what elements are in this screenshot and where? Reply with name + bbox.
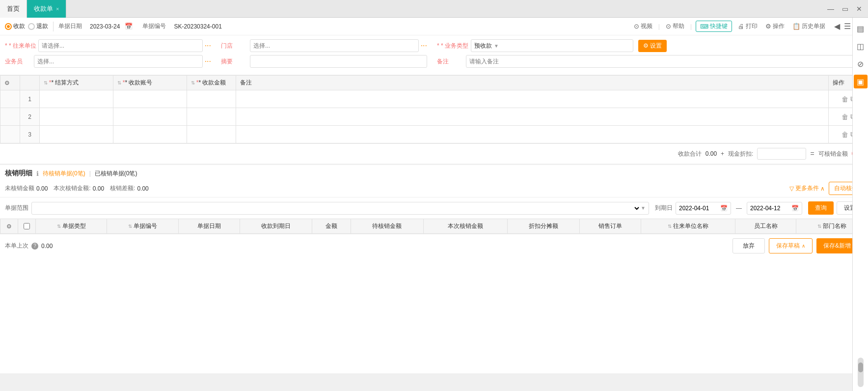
due-date-to-input[interactable]	[750, 205, 789, 212]
side-btn-1[interactable]: ▤	[854, 22, 868, 35]
side-panel: ▤ ◫ ⊘ ▣	[852, 18, 868, 373]
cell-account-3[interactable]	[113, 126, 187, 143]
side-icon-4: ▣	[857, 77, 864, 86]
delete-icon-1[interactable]: 🗑	[841, 95, 848, 103]
video-button[interactable]: ⊙ 视频	[632, 21, 654, 31]
cell-settlement-1[interactable]	[40, 90, 113, 108]
col-party: ⇅ 往来单位名称	[641, 219, 735, 234]
delete-icon-2[interactable]: 🗑	[841, 113, 848, 121]
verification-title: 核销明细	[5, 169, 32, 178]
side-btn-3[interactable]: ⊘	[854, 57, 868, 71]
party-input[interactable]	[42, 42, 199, 49]
history-label: 历史单据	[802, 22, 825, 30]
cell-amount-1[interactable]	[187, 90, 236, 108]
store-label: 门店	[221, 42, 248, 50]
filter-row: 单据范围 ▼ 到期日 📅 —	[0, 197, 868, 219]
ops-button[interactable]: ⚙ 操作	[763, 21, 787, 31]
cell-account-1[interactable]	[113, 90, 187, 108]
store-input-wrap[interactable]	[250, 39, 419, 52]
calendar-icon[interactable]: 📅	[125, 23, 133, 30]
col-checkbox-header	[18, 219, 36, 234]
history-button[interactable]: 📋 历史单据	[790, 21, 827, 31]
date-field-label: 单据日期	[58, 22, 82, 30]
cell-amount-2[interactable]	[187, 108, 236, 126]
shortcut-button[interactable]: ⌨ 快捷键	[696, 21, 732, 32]
cell-remark-1[interactable]	[236, 90, 829, 108]
sort-icon-3: ⇅	[191, 80, 196, 85]
table-settings-icon[interactable]: ⚙	[4, 80, 10, 86]
cell-settlement-3[interactable]	[40, 126, 113, 143]
summary-label: 摘要	[221, 57, 248, 66]
due-date-from-wrap[interactable]: 📅	[676, 202, 731, 215]
query-button[interactable]: 查询	[808, 201, 834, 215]
print-button[interactable]: 🖨 打印	[736, 21, 760, 31]
final-label: 可核销金额	[818, 150, 848, 158]
cell-remark-2[interactable]	[236, 108, 829, 126]
divider-1	[53, 22, 54, 31]
radio-refund[interactable]: 退款	[28, 22, 48, 30]
party-more-icon[interactable]: ···	[205, 42, 211, 50]
radio-collect[interactable]: 收款	[5, 22, 25, 30]
calendar-to-icon[interactable]: 📅	[791, 205, 799, 212]
form-settings-button[interactable]: ⚙ 设置	[638, 40, 667, 52]
cell-amount-3[interactable]	[187, 126, 236, 143]
col-settings-header: ⚙	[0, 76, 20, 90]
due-date-from-input[interactable]	[679, 205, 718, 212]
cell-settlement-2[interactable]	[40, 108, 113, 126]
summary-input-wrap[interactable]	[250, 55, 427, 68]
table-row: 2 🗑 ⧉	[0, 108, 868, 126]
discard-button[interactable]: 放弃	[732, 238, 765, 253]
calendar-from-icon[interactable]: 📅	[720, 205, 728, 212]
tab-home[interactable]: 首页	[0, 0, 27, 18]
store-field: 门店 ···	[221, 39, 427, 52]
select-all-checkbox[interactable]	[24, 223, 30, 229]
tab-sep: |	[89, 170, 91, 177]
biz-type-input-wrap[interactable]: 预收款 ▼	[471, 39, 633, 52]
restore-button[interactable]: ▭	[840, 4, 850, 14]
help-button[interactable]: ⊙ 帮助	[664, 21, 686, 31]
pending-tab-link[interactable]: 待核销单据(0笔)	[43, 169, 85, 178]
done-tab-link[interactable]: 已核销单据(0笔)	[95, 169, 137, 178]
note-input-wrap[interactable]	[466, 55, 863, 68]
range-select[interactable]	[35, 204, 641, 212]
staff-input[interactable]	[37, 58, 199, 65]
store-more-icon[interactable]: ···	[421, 42, 427, 50]
range-select-wrap[interactable]: ▼	[31, 202, 649, 215]
save-draft-button[interactable]: 保存草稿 ∧	[769, 238, 813, 253]
more-conditions-button[interactable]: ▽ 更多条件 ∧	[789, 184, 825, 193]
delete-icon-3[interactable]: 🗑	[841, 131, 848, 139]
staff-field: 业务员 ···	[5, 55, 211, 68]
help-label: 帮助	[673, 22, 684, 30]
bottom-table-wrap: ⚙ ⇅ 单据类型	[0, 219, 868, 234]
equals-label: =	[810, 150, 814, 158]
store-input[interactable]	[253, 42, 415, 49]
biz-type-arrow[interactable]: ▼	[494, 43, 499, 49]
staff-input-wrap[interactable]	[34, 55, 203, 68]
bottom-table: ⚙ ⇅ 单据类型	[0, 219, 868, 234]
view-prev-icon[interactable]: ◀	[833, 21, 841, 32]
bottom-table-settings-icon[interactable]: ⚙	[6, 223, 12, 230]
help-icon: ⊙	[666, 23, 671, 30]
discount-input[interactable]	[757, 148, 806, 160]
cell-account-2[interactable]	[113, 108, 187, 126]
party-input-wrap[interactable]	[38, 39, 203, 52]
summary-input[interactable]	[253, 58, 424, 65]
note-input[interactable]	[469, 58, 860, 65]
tab-close-icon[interactable]: ×	[56, 6, 59, 12]
side-btn-2[interactable]: ◫	[854, 39, 868, 53]
side-btn-4[interactable]: ▣	[854, 75, 868, 88]
close-button[interactable]: ✕	[854, 4, 864, 14]
query-label: 查询	[815, 204, 827, 211]
carry-info-icon[interactable]: ?	[31, 243, 38, 250]
minimize-button[interactable]: —	[825, 4, 836, 14]
info-icon[interactable]: ℹ	[36, 170, 39, 177]
view-list-icon[interactable]: ☰	[843, 21, 852, 32]
due-date-field: 到期日 📅 — 📅	[655, 202, 802, 215]
sort-icon: ⇅	[44, 80, 49, 85]
due-date-to-wrap[interactable]: 📅	[747, 202, 802, 215]
this-time-stat: 本次核销金额: 0.00	[54, 184, 104, 193]
staff-more-icon[interactable]: ···	[205, 57, 211, 65]
cell-remark-3[interactable]	[236, 126, 829, 143]
tab-current[interactable]: 收款单 ×	[27, 0, 66, 18]
date-value: 2023-03-24	[90, 23, 120, 30]
